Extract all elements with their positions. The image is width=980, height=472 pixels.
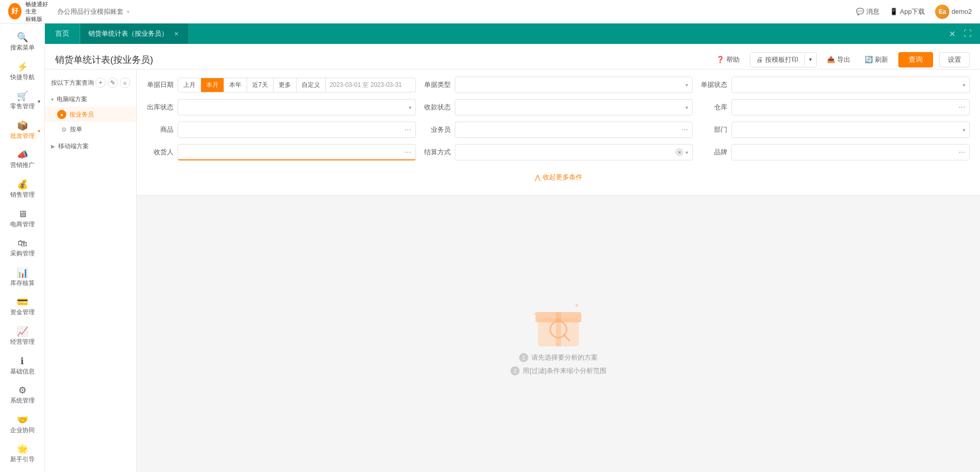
tab-close-window-icon[interactable]: ✕ bbox=[947, 27, 958, 41]
docstatus-arrow: ▾ bbox=[963, 82, 965, 88]
main-layout: 🔍 搜索菜单 ⚡ 快捷导航 🛒 零售管理 📦 批发管理 📣 营销推广 💰 销售管… bbox=[0, 23, 980, 472]
date-btn-thisyear[interactable]: 本年 bbox=[224, 78, 247, 92]
svg-text:✦: ✦ bbox=[533, 311, 537, 317]
date-btn-thismonth[interactable]: 本月 bbox=[201, 78, 224, 92]
tab-expand-icon[interactable]: ⛶ bbox=[962, 27, 974, 40]
receiver-control[interactable]: ··· bbox=[178, 144, 416, 160]
payment-control[interactable]: × ▾ bbox=[455, 144, 693, 160]
guide-icon: 🌟 bbox=[17, 444, 28, 454]
receiptstatus-control[interactable]: ▾ bbox=[455, 99, 693, 115]
date-btn-custom[interactable]: 自定义 bbox=[297, 78, 326, 92]
breadcrumb-text: 办公用品行业模拟账套 bbox=[57, 7, 124, 16]
shipstatus-arrow: ▾ bbox=[409, 105, 411, 110]
filter-area: 单据日期 上月 本月 本年 近7天 更多 自定义 2023-03-01 至 20… bbox=[137, 69, 980, 196]
sidebar-item-wholesale[interactable]: 📦 批发管理 bbox=[0, 116, 44, 146]
filter-results-area: 单据日期 上月 本月 本年 近7天 更多 自定义 2023-03-01 至 20… bbox=[137, 69, 980, 472]
filter-row-4: 收货人 ··· 结算方式 bbox=[147, 144, 970, 160]
tab-home[interactable]: 首页 bbox=[45, 23, 80, 44]
empty-state: ✦ ✦ ● 1 请先选择要分析的方案 bbox=[137, 196, 980, 472]
date-btn-more[interactable]: 更多 bbox=[274, 78, 297, 92]
department-control[interactable]: ▾ bbox=[731, 122, 970, 138]
product-control[interactable]: ··· bbox=[178, 122, 416, 138]
date-btn-lastmonth[interactable]: 上月 bbox=[178, 78, 201, 92]
print-icon: 🖨 bbox=[756, 56, 763, 63]
sidebar-item-shortcut[interactable]: ⚡ 快捷导航 bbox=[0, 57, 44, 87]
print-dropdown-arrow[interactable]: ▾ bbox=[804, 54, 816, 65]
filter-row-2: 出库状态 ▾ 收款状态 bbox=[147, 99, 970, 115]
brand-control[interactable]: ··· bbox=[731, 144, 970, 160]
sidebar-item-sales[interactable]: 💰 销售管理 bbox=[0, 175, 44, 204]
sidebar-item-finance[interactable]: 💳 资金管理 bbox=[0, 292, 44, 322]
add-scheme-btn[interactable]: + bbox=[95, 78, 106, 88]
scheme-header-icons: + ✎ « bbox=[95, 78, 130, 88]
desktop-group-arrow: ▾ bbox=[51, 97, 54, 102]
query-btn[interactable]: 查询 bbox=[898, 52, 933, 67]
product-label: 商品 bbox=[147, 125, 174, 134]
receiver-dots: ··· bbox=[404, 148, 411, 156]
docstatus-control[interactable]: ▾ bbox=[731, 77, 970, 93]
sidebar-item-ecommerce[interactable]: 🖥 电商管理 bbox=[0, 204, 44, 234]
user-profile-btn[interactable]: Ea demo2 bbox=[935, 5, 972, 19]
payment-tags: × ▾ bbox=[673, 148, 688, 156]
app-download-btn[interactable]: 📱 App下载 bbox=[890, 7, 925, 16]
export-btn[interactable]: 📤 导出 bbox=[823, 53, 854, 66]
sidebar-item-appcenter[interactable]: 📱 应用中心 bbox=[0, 469, 44, 472]
scheme-sidebar: 按以下方案查询 + ✎ « ▾ 电脑端方案 bbox=[45, 69, 137, 472]
shipstatus-control[interactable]: ▾ bbox=[178, 99, 416, 115]
payment-clear-btn[interactable]: × bbox=[675, 148, 683, 156]
sidebar-item-search[interactable]: 🔍 搜索菜单 bbox=[0, 28, 44, 57]
refresh-btn[interactable]: 🔄 刷新 bbox=[861, 53, 892, 66]
ecommerce-icon: 🖥 bbox=[18, 209, 27, 219]
settings-btn[interactable]: 设置 bbox=[939, 52, 970, 67]
app-download-icon: 📱 bbox=[890, 8, 898, 15]
desktop-scheme-group: ▾ 电脑端方案 ● 按业务员 ⚙ 按单 bbox=[45, 92, 136, 137]
print-dropdown: 🖨 按模板打印 ▾ bbox=[750, 52, 817, 67]
sidebar-item-marketing[interactable]: 📣 营销推广 bbox=[0, 145, 44, 175]
filter-product-item: 商品 ··· bbox=[147, 122, 416, 138]
desktop-group-header[interactable]: ▾ 电脑端方案 bbox=[45, 92, 136, 107]
filter-shipstatus-item: 出库状态 ▾ bbox=[147, 99, 416, 115]
sidebar-item-operations[interactable]: 📈 经营管理 bbox=[0, 322, 44, 351]
date-btn-last7[interactable]: 近7天 bbox=[247, 78, 274, 92]
filter-date-item: 单据日期 上月 本月 本年 近7天 更多 自定义 2023-03-01 至 20… bbox=[147, 78, 416, 92]
scheme-by-salesperson[interactable]: ● 按业务员 bbox=[45, 107, 136, 122]
sidebar-item-system[interactable]: ⚙ 系统管理 bbox=[0, 381, 44, 410]
mobile-group-header[interactable]: ▶ 移动端方案 bbox=[45, 139, 136, 154]
scheme-by-order[interactable]: ⚙ 按单 bbox=[45, 122, 136, 137]
salesperson-control[interactable]: ··· bbox=[455, 122, 693, 138]
top-header: 好 畅捷通好生意 标账版 办公用品行业模拟账套 ▾ 💬 消息 📱 App下载 E… bbox=[0, 0, 980, 23]
shortcut-icon: ⚡ bbox=[17, 62, 28, 72]
scheme-icon: ● bbox=[57, 110, 66, 119]
shipstatus-label: 出库状态 bbox=[147, 103, 174, 112]
hint-2: 2 用[过滤]条件来缩小分析范围 bbox=[510, 366, 606, 375]
department-label: 部门 bbox=[701, 125, 727, 134]
receiver-label: 收货人 bbox=[147, 148, 174, 157]
tab-current[interactable]: 销货单统计表（按业务员） ✕ bbox=[80, 23, 189, 44]
scheme-header: 按以下方案查询 + ✎ « bbox=[45, 74, 136, 92]
hint-1: 1 请先选择要分析的方案 bbox=[519, 353, 598, 362]
filter-receiver-item: 收货人 ··· bbox=[147, 144, 416, 160]
tab-bar: 首页 销货单统计表（按业务员） ✕ ✕ ⛶ bbox=[45, 23, 980, 44]
tab-close-btn[interactable]: ✕ bbox=[172, 30, 180, 38]
filter-receiptstatus-item: 收款状态 ▾ bbox=[424, 99, 693, 115]
sidebar-item-guide[interactable]: 🌟 新手引导 bbox=[0, 439, 44, 469]
receiptstatus-arrow: ▾ bbox=[685, 105, 688, 110]
edit-scheme-btn[interactable]: ✎ bbox=[108, 78, 118, 88]
warehouse-control[interactable]: ··· bbox=[731, 99, 970, 115]
sidebar-item-retail[interactable]: 🛒 零售管理 bbox=[0, 86, 44, 116]
page-content: 销货单统计表(按业务员) ❓ 帮助 🖨 按模板打印 ▾ bbox=[45, 44, 980, 472]
collapse-filter-btn[interactable]: ⋀ 收起更多条件 bbox=[532, 170, 585, 185]
doctype-control[interactable]: ▾ bbox=[455, 77, 693, 93]
brand-dots: ··· bbox=[959, 148, 965, 156]
help-btn[interactable]: ❓ 帮助 bbox=[712, 53, 744, 66]
print-btn[interactable]: 🖨 按模板打印 bbox=[750, 53, 804, 67]
message-btn[interactable]: 💬 消息 bbox=[856, 7, 879, 16]
collapse-scheme-btn[interactable]: « bbox=[120, 78, 130, 88]
sidebar-item-purchase[interactable]: 🛍 采购管理 bbox=[0, 233, 44, 263]
sidebar-item-inventory[interactable]: 📊 库存核算 bbox=[0, 263, 44, 293]
brand-label: 品牌 bbox=[701, 148, 727, 157]
filter-collapse-row: ⋀ 收起更多条件 bbox=[147, 167, 970, 188]
sub-icon: ⚙ bbox=[61, 126, 67, 133]
sidebar-item-cooperation[interactable]: 🤝 企业协同 bbox=[0, 410, 44, 440]
sidebar-item-basicinfo[interactable]: ℹ 基础信息 bbox=[0, 351, 44, 381]
